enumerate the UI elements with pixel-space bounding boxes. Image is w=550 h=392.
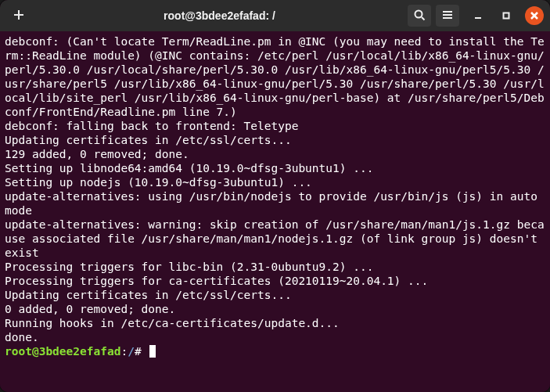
- cursor: [149, 345, 156, 358]
- prompt-colon: :: [120, 345, 128, 358]
- terminal-viewport[interactable]: debconf: (Can't locate Term/ReadLine.pm …: [0, 31, 550, 392]
- terminal-window: root@3bdee2efafad: /: [0, 0, 550, 392]
- prompt-line: root@3bdee2efafad:/#: [5, 345, 156, 358]
- prompt-path: /: [128, 345, 135, 358]
- minimize-icon: [474, 9, 482, 22]
- close-button[interactable]: [525, 6, 544, 25]
- titlebar-right-controls: [408, 5, 544, 27]
- minimize-button[interactable]: [469, 6, 487, 25]
- maximize-button[interactable]: [497, 6, 516, 25]
- titlebar: root@3bdee2efafad: /: [0, 0, 550, 31]
- menu-button[interactable]: [436, 5, 459, 27]
- prompt-symbol: #: [135, 345, 142, 358]
- svg-rect-1: [504, 13, 509, 19]
- new-tab-button[interactable]: [6, 5, 31, 27]
- window-title: root@3bdee2efafad: /: [36, 9, 403, 22]
- prompt-user-host: root@3bdee2efafad: [5, 345, 120, 358]
- hamburger-icon: [441, 9, 454, 23]
- search-button[interactable]: [408, 5, 431, 27]
- svg-point-0: [415, 10, 422, 17]
- close-icon: [530, 9, 538, 22]
- terminal-output: debconf: (Can't locate Term/ReadLine.pm …: [5, 35, 545, 343]
- plus-icon: [13, 9, 25, 23]
- search-icon: [413, 9, 426, 23]
- maximize-icon: [502, 9, 510, 22]
